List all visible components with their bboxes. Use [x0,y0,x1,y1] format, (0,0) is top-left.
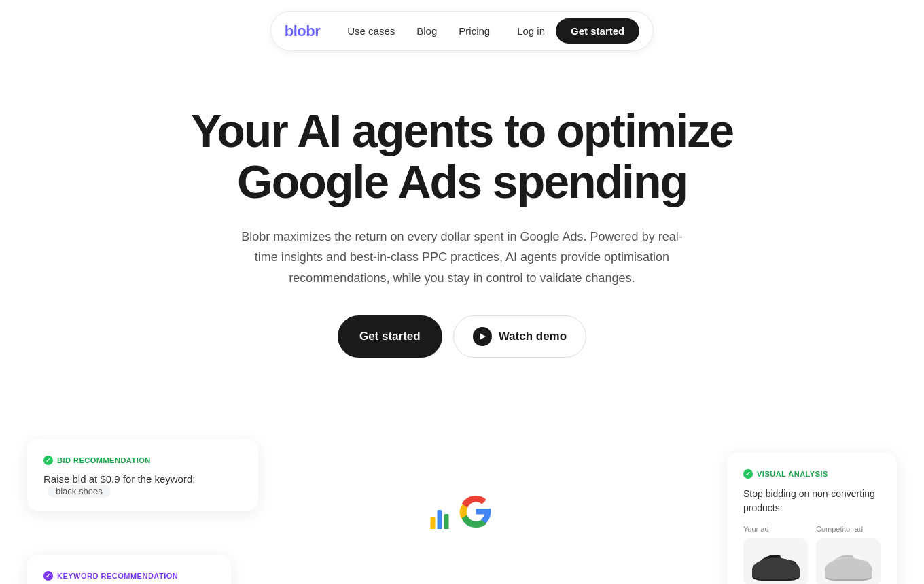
nav-container: blobr Use cases Blog Pricing Log in Get … [270,11,654,51]
visual-badge-icon [743,469,753,479]
google-ads-bar-icon [431,510,449,529]
hero-subtitle: Blobr maximizes the return on every doll… [231,226,693,289]
nav-use-cases[interactable]: Use cases [347,25,395,37]
bid-recommendation-card: BID RECOMMENDATION Raise bid at $0.9 for… [27,439,258,511]
competitor-ad-col: Competitor ad [816,525,881,584]
competitor-ad-label: Competitor ad [816,525,881,533]
bar3 [444,514,449,529]
keyword-badge-icon [43,571,53,581]
cards-section: BID RECOMMENDATION Raise bid at $0.9 for… [0,439,924,584]
hero-watch-demo-button[interactable]: Watch demo [453,315,586,358]
svg-rect-3 [830,568,869,571]
bid-text: Raise bid at $0.9 for the keyword: [43,473,195,485]
login-button[interactable]: Log in [517,25,545,37]
visual-cols: Your ad Competitor ad [743,525,881,584]
your-ad-shoe-image [743,538,808,584]
nav-pricing[interactable]: Pricing [459,25,490,37]
keyword-badge: KEYWORD RECOMMENDATION [43,571,178,581]
play-icon [473,327,492,346]
hero-get-started-button[interactable]: Get started [338,315,442,358]
visual-badge: VISUAL ANALYSIS [743,469,828,479]
hero-title: Your AI agents to optimize Google Ads sp… [170,105,754,207]
bid-keyword-tag: black shoes [48,485,111,498]
watch-demo-label: Watch demo [499,330,567,343]
bid-badge-icon [43,456,53,465]
nav-blog[interactable]: Blog [416,25,437,37]
hero-section: Your AI agents to optimize Google Ads sp… [156,51,768,426]
visual-badge-text: VISUAL ANALYSIS [757,470,828,478]
bid-badge: BID RECOMMENDATION [43,456,151,465]
your-ad-label: Your ad [743,525,808,533]
bid-card-text: Raise bid at $0.9 for the keyword: black… [43,473,242,498]
hero-buttons: Get started Watch demo [170,315,754,358]
hero-title-line2: Google Ads spending [237,156,687,207]
nav-links: Use cases Blog Pricing [347,25,490,37]
hero-title-line1: Your AI agents to optimize [191,105,733,156]
svg-point-0 [754,567,798,577]
nav-right: Log in Get started [517,18,639,44]
navbar: blobr Use cases Blog Pricing Log in Get … [0,0,924,51]
visual-analysis-card: VISUAL ANALYSIS Stop bidding on non-conv… [727,453,897,584]
nav-get-started-button[interactable]: Get started [556,18,639,44]
your-ad-col: Your ad [743,525,808,584]
google-g-icon [459,494,494,529]
logo[interactable]: blobr [285,22,321,40]
google-ads-logos [431,494,494,529]
keyword-badge-text: KEYWORD RECOMMENDATION [57,572,178,580]
google-logos-center [431,494,494,529]
logo-text: blobr [285,22,321,39]
bar2 [438,510,442,529]
bid-badge-text: BID RECOMMENDATION [57,456,151,464]
competitor-ad-shoe-image [816,538,881,584]
visual-card-text: Stop bidding on non-converting products: [743,487,881,515]
bar1 [431,517,436,529]
svg-rect-1 [757,568,796,571]
keyword-recommendation-card: KEYWORD RECOMMENDATION Add this keyword … [27,555,231,584]
svg-point-2 [827,567,870,577]
